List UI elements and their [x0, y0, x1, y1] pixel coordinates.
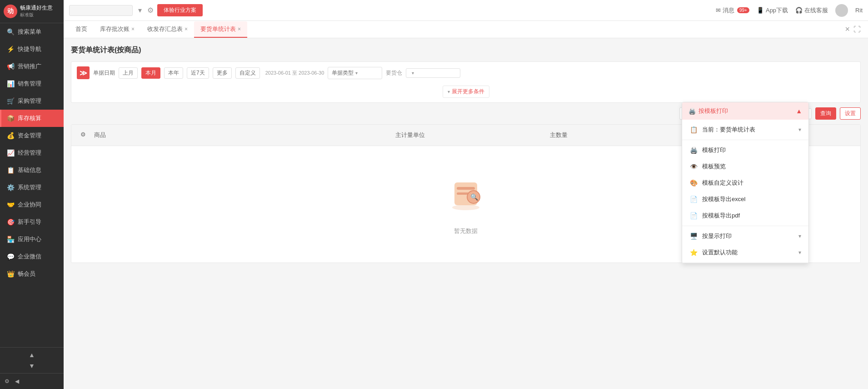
- query-btn[interactable]: 查询: [815, 107, 836, 120]
- col-gear[interactable]: ⚙: [77, 128, 90, 142]
- tab-inventory-batch[interactable]: 库存批次账 ×: [94, 21, 141, 38]
- settings-icon[interactable]: ⚙: [5, 378, 10, 384]
- search-icon: 🔍: [6, 28, 15, 35]
- message-icon: ✉: [716, 7, 721, 14]
- close-all-tabs-btn[interactable]: ×: [843, 23, 852, 36]
- default-func-arrow-icon: ▾: [798, 249, 801, 256]
- download-icon: 📱: [757, 7, 764, 14]
- dropdown-default-func[interactable]: ⭐ 设置默认功能 ▾: [682, 244, 808, 261]
- sidebar-item-search[interactable]: 🔍 搜索菜单: [0, 23, 64, 40]
- finance-icon: 💰: [6, 132, 15, 139]
- tab-order-stats[interactable]: 要货单统计表 ×: [194, 21, 247, 38]
- template-preview-icon: 👁️: [689, 163, 698, 170]
- scroll-up-btn[interactable]: ▲: [27, 349, 37, 360]
- header-gear-icon[interactable]: ⚙: [147, 6, 154, 15]
- doc-type-select[interactable]: 单据类型 ▾: [328, 67, 382, 79]
- dropdown-close-btn[interactable]: ▲: [796, 107, 802, 115]
- sales-icon: 📊: [6, 80, 15, 87]
- empty-text: 暂无数据: [454, 227, 478, 235]
- dropdown-item-template-design[interactable]: 🎨 模板自定义设计: [682, 175, 808, 191]
- marketing-icon: 📢: [6, 63, 15, 70]
- header-actions: ✉ 消息 99+ 📱 App下载 🎧 在线客服 Rit: [716, 4, 863, 17]
- col-qty: 主数量: [546, 128, 701, 142]
- messages-badge: 99+: [737, 7, 749, 13]
- top-header: ▾ ⚙ 体验行业方案 ✉ 消息 99+ 📱 App下载 🎧 在线客服 Rit: [64, 0, 868, 21]
- quick-nav-icon: ⚡: [6, 45, 15, 53]
- purchase-icon: 🛒: [6, 97, 15, 105]
- date-this-month-btn[interactable]: 本月: [141, 67, 160, 79]
- expand-filter-btn[interactable]: ▾ 展开更多条件: [443, 86, 489, 98]
- sidebar-item-marketing[interactable]: 📢 营销推广: [0, 58, 64, 75]
- basic-icon: 📋: [6, 167, 15, 174]
- appstore-icon: 🏪: [6, 236, 15, 243]
- sidebar-item-quick-nav[interactable]: ⚡ 快捷导航: [0, 40, 64, 58]
- sidebar-item-operation[interactable]: 📈 经营管理: [0, 144, 64, 162]
- sidebar-item-appstore[interactable]: 🏪 应用中心: [0, 231, 64, 248]
- newbie-icon: 🎯: [6, 218, 15, 226]
- sidebar-scroll: ▲ ▼: [0, 347, 64, 373]
- current-icon: 📋: [689, 126, 698, 133]
- online-service-btn[interactable]: 🎧 在线客服: [795, 6, 828, 15]
- tab-close-inventory-batch[interactable]: ×: [131, 26, 135, 32]
- svg-point-0: [452, 205, 479, 210]
- dropdown-item-export-excel[interactable]: 📄 按模板导出excel: [682, 191, 808, 207]
- sidebar-item-basic[interactable]: 📋 基础信息: [0, 162, 64, 179]
- sidebar-item-newbie[interactable]: 🎯 新手引导: [0, 213, 64, 231]
- content-area: 要货单统计表(按商品) ≫ 单据日期 上月 本月 本年 近7天 更多 自定义 2…: [64, 38, 868, 389]
- display-print-arrow-icon: ▾: [798, 233, 801, 239]
- date-this-year-btn[interactable]: 本年: [164, 67, 183, 79]
- sidebar-item-system[interactable]: ⚙️ 系统管理: [0, 179, 64, 196]
- collapse-icon[interactable]: ◀: [15, 378, 19, 384]
- tab-close-order-stats[interactable]: ×: [238, 26, 241, 32]
- date-more-btn[interactable]: 更多: [213, 67, 232, 79]
- sidebar-nav: ⚡ 快捷导航 📢 营销推广 📊 销售管理 🛒 采购管理 📦 库存核算 💰 资金管…: [0, 40, 64, 347]
- settings-btn[interactable]: 设置: [840, 107, 861, 120]
- global-search-input[interactable]: [69, 5, 133, 16]
- sidebar-item-wechat[interactable]: 💬 企业微信: [0, 248, 64, 265]
- main-content: ▾ ⚙ 体验行业方案 ✉ 消息 99+ 📱 App下载 🎧 在线客服 Rit 首…: [64, 0, 868, 389]
- dropdown-current-section: 📋 当前：要货单统计表 ▾: [682, 120, 808, 140]
- sidebar-item-finance[interactable]: 💰 资金管理: [0, 127, 64, 144]
- date-last-7d-btn[interactable]: 近7天: [187, 67, 209, 79]
- dropdown-item-template-preview[interactable]: 👁️ 模板预览: [682, 158, 808, 175]
- messages-btn[interactable]: ✉ 消息 99+: [716, 6, 749, 15]
- user-avatar[interactable]: [835, 4, 848, 17]
- sidebar-item-inventory[interactable]: 📦 库存核算: [0, 110, 64, 127]
- date-last-month-btn[interactable]: 上月: [119, 67, 138, 79]
- export-pdf-icon: 📄: [689, 212, 698, 219]
- dropdown-display-print[interactable]: 🖥️ 按显示打印 ▾: [682, 228, 808, 244]
- date-range-label: 2023-06-01 至 2023-06-30: [265, 70, 324, 76]
- nav-dropdown-btn[interactable]: ▾: [136, 5, 144, 15]
- date-custom-btn[interactable]: 自定义: [235, 67, 260, 79]
- dropdown-item-template-print[interactable]: 🖨️ 模板打印: [682, 142, 808, 158]
- app-download-btn[interactable]: 📱 App下载: [757, 6, 788, 15]
- dropdown-current-item[interactable]: 📋 当前：要货单统计表 ▾: [682, 121, 808, 138]
- member-icon: 👑: [6, 270, 15, 278]
- system-icon: ⚙️: [6, 184, 15, 191]
- service-icon: 🎧: [795, 7, 803, 14]
- app-logo-icon: 动: [4, 5, 17, 18]
- goods-select[interactable]: ▾: [406, 68, 460, 78]
- sidebar-item-member[interactable]: 👑 畅会员: [0, 265, 64, 283]
- dropdown-sub-items: 🖥️ 按显示打印 ▾ ⭐ 设置默认功能 ▾: [682, 226, 808, 263]
- dropdown-item-export-pdf[interactable]: 📄 按模板导出pdf: [682, 207, 808, 224]
- maximize-btn[interactable]: ⛶: [852, 24, 863, 35]
- sidebar-item-sales[interactable]: 📊 销售管理: [0, 75, 64, 92]
- dropdown-main-items: 🖨️ 模板打印 👁️ 模板预览 🎨 模板自定义设计 📄 按模板导出excel 📄: [682, 140, 808, 226]
- filter-row: ≫ 单据日期 上月 本月 本年 近7天 更多 自定义 2023-06-01 至 …: [77, 66, 855, 79]
- user-name: Rit: [855, 7, 863, 14]
- sidebar: 动 畅康通好生意 标准版 🔍 搜索菜单 ⚡ 快捷导航 📢 营销推广 📊 销售管理…: [0, 0, 64, 389]
- col-product: 商品: [90, 128, 392, 142]
- tab-home[interactable]: 首页: [69, 21, 94, 38]
- tab-close-receipt-summary[interactable]: ×: [185, 26, 188, 32]
- sidebar-item-enterprise[interactable]: 🤝 企业协同: [0, 196, 64, 213]
- scroll-down-btn[interactable]: ▼: [27, 360, 37, 371]
- empty-icon: 🔍: [445, 173, 486, 222]
- filter-toggle-btn[interactable]: ≫: [77, 66, 90, 79]
- tab-receipt-summary[interactable]: 收发存汇总表 ×: [141, 21, 194, 38]
- enterprise-icon: 🤝: [6, 201, 15, 208]
- trial-btn[interactable]: 体验行业方案: [157, 4, 203, 16]
- doc-type-arrow-icon: ▾: [355, 71, 358, 76]
- tabs-bar: 首页 库存批次账 × 收发存汇总表 × 要货单统计表 × × ⛶: [64, 21, 868, 38]
- sidebar-item-purchase[interactable]: 🛒 采购管理: [0, 92, 64, 110]
